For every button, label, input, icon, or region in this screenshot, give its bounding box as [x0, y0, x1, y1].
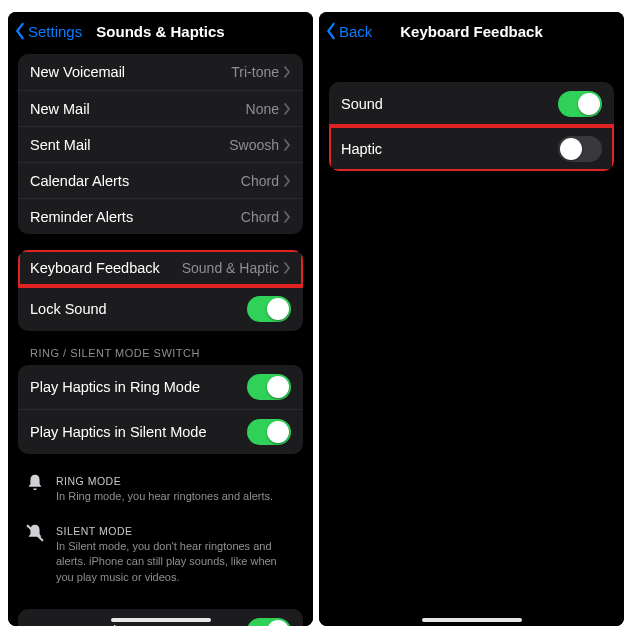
navbar: Settings Sounds & Haptics [8, 12, 313, 50]
keyboard-lock-group: Keyboard Feedback Sound & Haptic Lock So… [18, 250, 303, 331]
content: Sound Haptic [319, 50, 624, 626]
feedback-group: Sound Haptic [329, 82, 614, 171]
row-calendar-alerts[interactable]: Calendar Alerts Chord [18, 162, 303, 198]
back-label: Settings [28, 23, 82, 40]
lock-sound-toggle[interactable] [247, 296, 291, 322]
row-label: Play Haptics in Silent Mode [30, 424, 247, 440]
row-value: Tri-tone [231, 64, 283, 80]
ring-silent-header: RING / SILENT MODE SWITCH [8, 347, 313, 365]
row-keyboard-feedback[interactable]: Keyboard Feedback Sound & Haptic [18, 250, 303, 286]
row-reminder-alerts[interactable]: Reminder Alerts Chord [18, 198, 303, 234]
row-label: Sent Mail [30, 137, 229, 153]
chevron-left-icon [14, 22, 26, 40]
row-sent-mail[interactable]: Sent Mail Swoosh [18, 126, 303, 162]
home-indicator[interactable] [422, 618, 522, 622]
sound-patterns-group: New Voicemail Tri-tone New Mail None Sen… [18, 54, 303, 234]
row-value: Sound & Haptic [182, 260, 283, 276]
chevron-left-icon [325, 22, 337, 40]
row-value: Chord [241, 209, 283, 225]
row-play-haptics-silent: Play Haptics in Silent Mode [18, 409, 303, 454]
bell-slash-icon [24, 522, 46, 544]
ring-silent-group: Play Haptics in Ring Mode Play Haptics i… [18, 365, 303, 454]
home-indicator[interactable] [111, 618, 211, 622]
row-label: Keyboard Feedback [30, 260, 182, 276]
row-label: System Haptics [30, 623, 247, 626]
footer-body: In Silent mode, you don't hear ringtones… [56, 539, 291, 585]
row-label: Calendar Alerts [30, 173, 241, 189]
row-label: Lock Sound [30, 301, 247, 317]
row-label: New Voicemail [30, 64, 231, 80]
back-button[interactable]: Settings [14, 22, 82, 40]
row-label: Haptic [341, 141, 558, 157]
row-value: None [246, 101, 283, 117]
row-label: Sound [341, 96, 558, 112]
navbar: Back Keyboard Feedback [319, 12, 624, 50]
chevron-right-icon [283, 211, 291, 223]
row-label: New Mail [30, 101, 246, 117]
system-haptics-toggle[interactable] [247, 618, 291, 626]
sounds-haptics-screen: Settings Sounds & Haptics New Voicemail … [8, 12, 313, 626]
row-play-haptics-ring: Play Haptics in Ring Mode [18, 365, 303, 409]
ring-mode-footer: RING MODE In Ring mode, you hear rington… [8, 470, 313, 508]
chevron-right-icon [283, 103, 291, 115]
footer-body: In Ring mode, you hear ringtones and ale… [56, 489, 291, 504]
row-lock-sound: Lock Sound [18, 286, 303, 331]
row-haptic: Haptic [329, 126, 614, 171]
chevron-right-icon [283, 66, 291, 78]
footer-title: SILENT MODE [56, 524, 291, 539]
row-label: Reminder Alerts [30, 209, 241, 225]
play-haptics-ring-toggle[interactable] [247, 374, 291, 400]
bell-icon [24, 472, 46, 494]
row-value: Swoosh [229, 137, 283, 153]
row-label: Play Haptics in Ring Mode [30, 379, 247, 395]
row-new-voicemail[interactable]: New Voicemail Tri-tone [18, 54, 303, 90]
chevron-right-icon [283, 139, 291, 151]
keyboard-feedback-screen: Back Keyboard Feedback Sound Haptic [319, 12, 624, 626]
haptic-toggle[interactable] [558, 136, 602, 162]
content: New Voicemail Tri-tone New Mail None Sen… [8, 50, 313, 626]
play-haptics-silent-toggle[interactable] [247, 419, 291, 445]
silent-mode-footer: SILENT MODE In Silent mode, you don't he… [8, 520, 313, 589]
footer-title: RING MODE [56, 474, 291, 489]
row-sound: Sound [329, 82, 614, 126]
chevron-right-icon [283, 262, 291, 274]
row-value: Chord [241, 173, 283, 189]
row-new-mail[interactable]: New Mail None [18, 90, 303, 126]
sound-toggle[interactable] [558, 91, 602, 117]
chevron-right-icon [283, 175, 291, 187]
back-label: Back [339, 23, 372, 40]
back-button[interactable]: Back [325, 22, 372, 40]
